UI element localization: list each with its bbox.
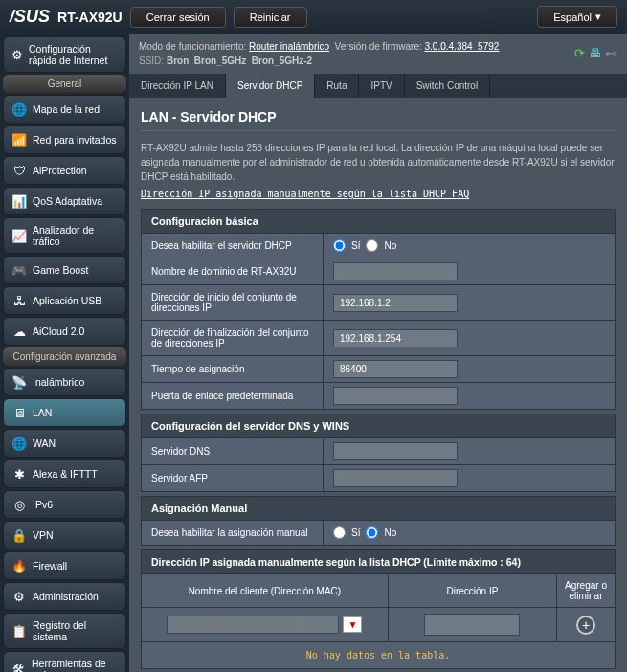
- wifi-icon: 📶: [11, 132, 27, 147]
- tab-route[interactable]: Ruta: [315, 74, 359, 98]
- sidebar-item-usb-app[interactable]: 🖧Aplicación USB: [3, 286, 126, 315]
- input-afp-server[interactable]: [333, 469, 458, 487]
- sidebar-item-wireless[interactable]: 📡Inalámbrico: [3, 368, 126, 396]
- sidebar-header-general: General: [3, 75, 126, 93]
- sidebar-item-network-map[interactable]: 🌐Mapa de la red: [3, 95, 126, 123]
- input-client-mac[interactable]: [167, 616, 339, 634]
- label-ip-start: Dirección de inicio del conjunto de dire…: [142, 285, 324, 320]
- sidebar-item-aicloud[interactable]: ☁AiCloud 2.0: [3, 317, 126, 346]
- label-lease: Tiempo de asignación: [142, 356, 324, 382]
- shield-icon: 🛡: [11, 163, 27, 178]
- label-enable-manual: Desea habilitar la asignación manual: [142, 521, 324, 545]
- refresh-icon[interactable]: ⟳: [574, 44, 585, 63]
- firewall-icon: 🔥: [11, 558, 27, 573]
- col-client-name: Nombre del cliente (Dirección MAC): [142, 574, 389, 607]
- label-dns-server: Servidor DNS: [142, 438, 324, 464]
- brand-logo: /SUS: [10, 7, 50, 27]
- model-name: RT-AX92U: [57, 10, 123, 25]
- globe-icon: 🌐: [11, 101, 27, 117]
- input-dns-server[interactable]: [333, 442, 458, 460]
- section-basic: Configuración básica: [141, 209, 616, 234]
- radio-manual-yes[interactable]: [333, 526, 346, 539]
- radio-dhcp-no[interactable]: [366, 239, 378, 252]
- sidebar-item-admin[interactable]: ⚙Administración: [3, 582, 126, 611]
- label-domain: Nombre de dominio de RT-AX92U: [142, 258, 324, 284]
- ssid-value: Bron_5GHz: [194, 56, 246, 66]
- firmware-link[interactable]: 3.0.0.4.384_5792: [425, 41, 500, 52]
- sidebar-item-network-tools[interactable]: 🛠Herramientas de red: [3, 651, 126, 672]
- label-gateway: Puerta de enlace predeterminada: [142, 383, 324, 409]
- ssid-value: Bron: [167, 56, 189, 66]
- label-enable-dhcp: Desea habilitar el servidor DHCP: [142, 234, 324, 258]
- input-gateway[interactable]: [333, 387, 458, 405]
- lan-icon: 🖥: [11, 405, 27, 420]
- header-bar: /SUS RT-AX92U Cerrar sesión Reiniciar Es…: [0, 0, 627, 34]
- col-action: Agregar o eliminar: [557, 574, 615, 607]
- sidebar-item-qos[interactable]: 📊QoS Adaptativa: [3, 187, 126, 215]
- add-entry-button[interactable]: +: [576, 616, 595, 635]
- sidebar-item-lan[interactable]: 🖥LAN: [3, 398, 126, 427]
- cloud-icon: ☁: [11, 324, 27, 339]
- input-domain[interactable]: [333, 262, 458, 280]
- input-ip-end[interactable]: [333, 329, 458, 347]
- sidebar-item-traffic-analyzer[interactable]: 📈Analizador de tráfico: [3, 217, 126, 254]
- sidebar-item-vpn[interactable]: 🔒VPN: [3, 521, 126, 549]
- sidebar: ⚙ Configuración rápida de Internet Gener…: [0, 34, 129, 672]
- main-panel: Modo de funcionamiento: Router inalámbri…: [129, 34, 627, 672]
- tab-lan-ip[interactable]: Dirección IP LAN: [129, 74, 226, 98]
- sidebar-quick-setup[interactable]: ⚙ Configuración rápida de Internet: [3, 36, 126, 73]
- sidebar-item-alexa-ifttt[interactable]: ✱Alexa & IFTTT: [3, 459, 126, 488]
- sidebar-item-ipv6[interactable]: ◎IPv6: [3, 490, 126, 519]
- page-title: LAN - Servidor DHCP: [141, 109, 616, 131]
- op-mode-link[interactable]: Router inalámbrico: [249, 41, 329, 52]
- integrations-icon: ✱: [11, 466, 27, 482]
- globe-gear-icon: ⚙: [11, 47, 23, 62]
- tools-icon: 🛠: [11, 661, 26, 672]
- ssid-value: Bron_5GHz-2: [252, 56, 312, 66]
- manual-table-header: Dirección IP asignada manualmente según …: [141, 549, 616, 574]
- input-ip-start[interactable]: [333, 294, 458, 312]
- tab-iptv[interactable]: IPTV: [359, 74, 404, 98]
- gauge-icon: 📊: [11, 193, 27, 209]
- page-description: RT-AX92U admite hasta 253 direcciones IP…: [141, 141, 616, 184]
- chart-icon: 📈: [11, 228, 27, 243]
- tab-switch-control[interactable]: Switch Control: [405, 74, 490, 98]
- tab-dhcp-server[interactable]: Servidor DHCP: [226, 74, 315, 98]
- usb-icon: 🖧: [11, 293, 27, 308]
- admin-icon: ⚙: [11, 589, 27, 604]
- client-dropdown-button[interactable]: ▼: [343, 616, 362, 633]
- wifi-icon: 📡: [11, 374, 27, 390]
- col-ip: Dirección IP: [389, 574, 557, 607]
- no-data-message: No hay datos en la tabla.: [141, 642, 616, 669]
- sidebar-item-firewall[interactable]: 🔥Firewall: [3, 551, 126, 580]
- faq-link[interactable]: Dirección IP asignada manualmente según …: [141, 189, 469, 199]
- input-lease[interactable]: [333, 360, 458, 378]
- ipv6-icon: ◎: [11, 497, 27, 512]
- usb-status-icon[interactable]: ⊷: [605, 44, 617, 63]
- printer-icon[interactable]: 🖶: [589, 44, 601, 63]
- sidebar-item-game-boost[interactable]: 🎮Game Boost: [3, 256, 126, 284]
- globe-icon: 🌐: [11, 436, 27, 451]
- radio-dhcp-yes[interactable]: [333, 239, 346, 252]
- section-dns: Configuración del servidor DNS y WINS: [141, 414, 616, 438]
- tab-bar: Dirección IP LAN Servidor DHCP Ruta IPTV…: [129, 74, 627, 98]
- sidebar-header-advanced: Configuración avanzada: [3, 347, 126, 366]
- section-manual: Asignación Manual: [141, 496, 616, 521]
- info-bar: Modo de funcionamiento: Router inalámbri…: [129, 34, 627, 74]
- chevron-down-icon: ▾: [595, 11, 601, 23]
- gamepad-icon: 🎮: [11, 262, 27, 278]
- vpn-icon: 🔒: [11, 527, 27, 543]
- sidebar-item-syslog[interactable]: 📋Registro del sistema: [3, 613, 126, 649]
- sidebar-item-wan[interactable]: 🌐WAN: [3, 429, 126, 458]
- logout-button[interactable]: Cerrar sesión: [130, 7, 226, 28]
- language-select[interactable]: Español ▾: [537, 6, 617, 28]
- log-icon: 📋: [11, 623, 27, 638]
- sidebar-item-guest-network[interactable]: 📶Red para invitados: [3, 125, 126, 154]
- input-client-ip[interactable]: [424, 614, 520, 636]
- reboot-button[interactable]: Reiniciar: [234, 7, 307, 28]
- radio-manual-no[interactable]: [366, 526, 378, 539]
- label-afp-server: Servidor AFP: [142, 465, 324, 491]
- label-ip-end: Dirección de finalización del conjunto d…: [142, 321, 324, 355]
- sidebar-item-aiprotection[interactable]: 🛡AiProtection: [3, 156, 126, 185]
